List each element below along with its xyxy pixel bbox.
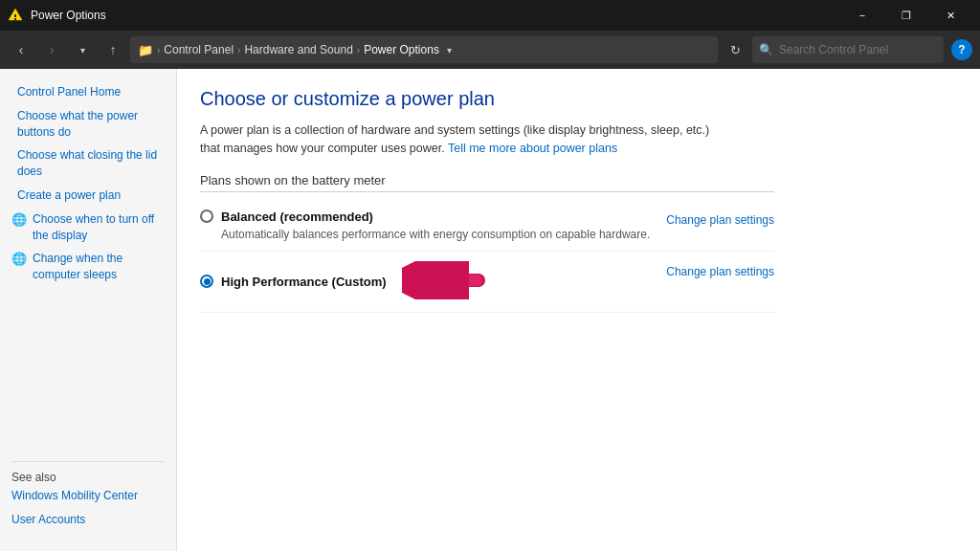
help-button[interactable]: ?: [951, 39, 972, 60]
see-also-label: See also: [0, 465, 68, 488]
svg-rect-2: [14, 18, 16, 20]
sidebar-item-display[interactable]: 🌐 Choose when to turn off the display: [0, 208, 176, 248]
plan-high-performance-radio[interactable]: [200, 275, 213, 288]
plan-item-balanced: Balanced (recommended) Automatically bal…: [200, 200, 774, 252]
forward-button[interactable]: ›: [38, 36, 65, 63]
address-bar: ‹ › ▾ ↑ 📁 › Control Panel › Hardware and…: [0, 31, 980, 69]
sidebar: Control Panel Home Choose what the power…: [0, 69, 177, 551]
sidebar-item-mobility[interactable]: Windows Mobility Center: [0, 484, 176, 508]
section-header: Plans shown on the battery meter: [200, 173, 774, 192]
plan-high-performance-name: High Performance (Custom): [221, 275, 387, 289]
maximize-button[interactable]: ❐: [884, 0, 928, 31]
content-area: Choose or customize a power plan A power…: [177, 69, 980, 551]
plan-balanced-radio-row: Balanced (recommended): [200, 209, 650, 224]
refresh-button[interactable]: ↻: [722, 36, 748, 63]
plan-balanced-desc: Automatically balances performance with …: [221, 228, 650, 241]
sidebar-item-lid[interactable]: Choose what closing the lid does: [0, 143, 176, 184]
breadcrumb-control-panel[interactable]: Control Panel: [164, 43, 234, 56]
plan-high-performance-radio-row: High Performance (Custom): [200, 261, 488, 302]
sidebar-item-control-panel-home[interactable]: Control Panel Home: [0, 80, 176, 104]
plan-item-high-performance: High Performance (Custom): [200, 252, 774, 313]
description-text: A power plan is a collection of hardware…: [200, 121, 726, 158]
main-container: Control Panel Home Choose what the power…: [0, 69, 980, 551]
breadcrumb-bar: 📁 › Control Panel › Hardware and Sound ›…: [130, 36, 718, 63]
window-title: Power Options: [31, 9, 840, 22]
minimize-button[interactable]: −: [840, 0, 884, 31]
plan-balanced-left: Balanced (recommended) Automatically bal…: [200, 209, 650, 241]
search-icon: 🔍: [759, 43, 773, 56]
back-button[interactable]: ‹: [8, 36, 34, 63]
plan-high-performance-change-link[interactable]: Change plan settings: [666, 265, 774, 278]
recent-button[interactable]: ▾: [69, 36, 96, 63]
breadcrumb-hardware-sound[interactable]: Hardware and Sound: [244, 43, 352, 56]
app-icon: [8, 8, 23, 23]
breadcrumb-home-icon: 📁: [138, 43, 153, 57]
breadcrumb-dropdown-icon[interactable]: ▾: [447, 45, 452, 55]
sidebar-divider: [11, 461, 165, 462]
svg-rect-1: [14, 14, 16, 17]
sidebar-item-create-plan[interactable]: Create a power plan: [0, 184, 176, 208]
up-button[interactable]: ↑: [100, 36, 126, 63]
sleep-icon: 🌐: [11, 251, 27, 268]
plan-high-performance-left: High Performance (Custom): [200, 261, 488, 302]
plan-balanced-radio[interactable]: [200, 209, 213, 223]
plan-balanced-name: Balanced (recommended): [221, 209, 373, 224]
search-wrapper: 🔍: [752, 36, 944, 63]
sidebar-item-power-buttons[interactable]: Choose what the power buttons do: [0, 104, 176, 144]
annotation-arrow: [402, 261, 488, 299]
search-input[interactable]: [752, 36, 944, 63]
sidebar-item-sleep[interactable]: 🌐 Change when the computer sleeps: [0, 247, 176, 287]
page-title: Choose or customize a power plan: [200, 88, 957, 110]
learn-more-link[interactable]: Tell me more about power plans: [448, 142, 617, 155]
breadcrumb-power-options[interactable]: Power Options: [364, 43, 439, 56]
close-button[interactable]: ✕: [928, 0, 972, 31]
sidebar-item-user-accounts[interactable]: User Accounts: [0, 508, 176, 532]
plan-balanced-change-link[interactable]: Change plan settings: [666, 213, 774, 227]
sidebar-bottom: See also Windows Mobility Center User Ac…: [0, 446, 176, 540]
display-icon: 🌐: [11, 211, 27, 229]
window-controls: − ❐ ✕: [840, 0, 972, 31]
titlebar: Power Options − ❐ ✕: [0, 0, 980, 31]
